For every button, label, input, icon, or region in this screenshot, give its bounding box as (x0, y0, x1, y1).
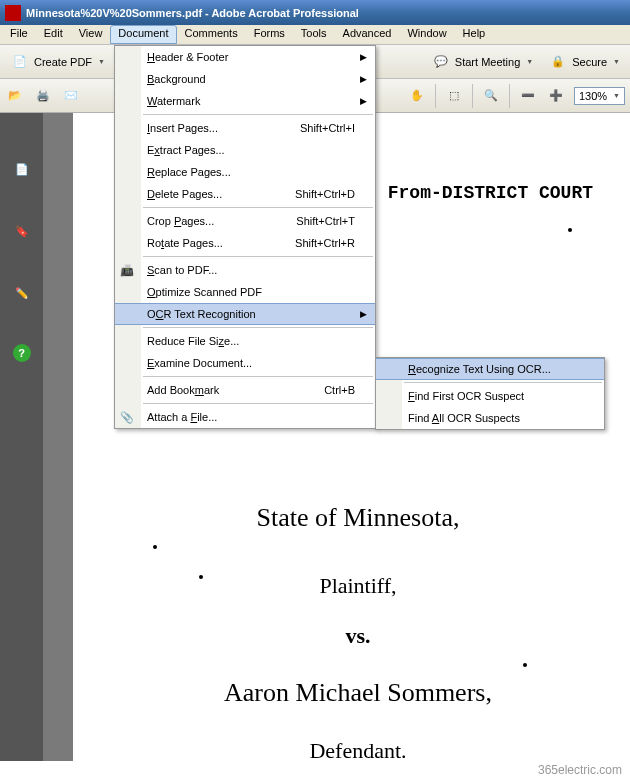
chevron-down-icon: ▼ (98, 58, 105, 65)
lock-icon: 🔒 (548, 52, 568, 72)
document-menu-dropdown: Header & Footer▶Background▶Watermark▶Ins… (114, 45, 376, 429)
menu-item-insert-pages[interactable]: Insert Pages...Shift+Ctrl+I (115, 117, 375, 139)
window-title: Minnesota%20V%20Sommers.pdf - Adobe Acro… (26, 7, 359, 19)
help-icon[interactable]: ? (13, 344, 31, 362)
menu-file[interactable]: File (2, 25, 36, 44)
start-meeting-button[interactable]: 💬 Start Meeting ▼ (426, 49, 538, 75)
submenu-item-find-all-ocr-suspects[interactable]: Find All OCR Suspects (376, 407, 604, 429)
submenu-item-find-first-ocr-suspect[interactable]: Find First OCR Suspect (376, 385, 604, 407)
menu-item-watermark[interactable]: Watermark▶ (115, 90, 375, 112)
watermark: 365electric.com (538, 763, 622, 777)
navigation-panel: 📄 🔖 ✏️ ? (0, 113, 43, 761)
menu-item-rotate-pages[interactable]: Rotate Pages...Shift+Ctrl+R (115, 232, 375, 254)
menu-edit[interactable]: Edit (36, 25, 71, 44)
menubar: FileEditViewDocumentCommentsFormsToolsAd… (0, 25, 630, 45)
chevron-down-icon: ▼ (613, 92, 620, 99)
menu-item-background[interactable]: Background▶ (115, 68, 375, 90)
menu-item-optimize-scanned-pdf[interactable]: Optimize Scanned PDF (115, 281, 375, 303)
menu-item-add-bookmark[interactable]: Add BookmarkCtrl+B (115, 379, 375, 401)
paperclip-icon: 📎 (119, 409, 135, 425)
ocr-submenu: Recognize Text Using OCR...Find First OC… (375, 357, 605, 430)
email-icon[interactable]: ✉️ (61, 86, 81, 106)
page-text: State of Minnesota, (73, 503, 630, 533)
menu-comments[interactable]: Comments (177, 25, 246, 44)
menu-item-scan-to-pdf[interactable]: 📠Scan to PDF... (115, 259, 375, 281)
bookmarks-panel-icon[interactable]: 🔖 (11, 220, 33, 242)
open-folder-icon[interactable]: 📂 (5, 86, 25, 106)
zoom-in-icon[interactable]: ➕ (546, 86, 566, 106)
menu-view[interactable]: View (71, 25, 111, 44)
submenu-arrow-icon: ▶ (360, 52, 367, 62)
zoom-marquee-icon[interactable]: 🔍 (481, 86, 501, 106)
submenu-arrow-icon: ▶ (360, 309, 367, 319)
menu-tools[interactable]: Tools (293, 25, 335, 44)
pages-panel-icon[interactable]: 📄 (11, 158, 33, 180)
menu-item-crop-pages[interactable]: Crop Pages...Shift+Ctrl+T (115, 210, 375, 232)
menu-item-ocr-text-recognition[interactable]: OCR Text Recognition▶ (115, 303, 375, 325)
secure-button[interactable]: 🔒 Secure ▼ (543, 49, 625, 75)
window-titlebar: Minnesota%20V%20Sommers.pdf - Adobe Acro… (0, 0, 630, 25)
menu-item-header-footer[interactable]: Header & Footer▶ (115, 46, 375, 68)
app-icon (5, 5, 21, 21)
scanner-icon: 📠 (119, 262, 135, 278)
page-text: From-DISTRICT COURT (388, 183, 593, 203)
page-text: Defendant. (73, 738, 630, 761)
menu-item-attach-a-file[interactable]: 📎Attach a File... (115, 406, 375, 428)
submenu-arrow-icon: ▶ (360, 74, 367, 84)
print-icon[interactable]: 🖨️ (33, 86, 53, 106)
page-text: Plaintiff, (73, 573, 630, 599)
page-text: Aaron Michael Sommers, (73, 678, 630, 708)
page-text: vs. (73, 623, 630, 649)
select-tool-icon[interactable]: ⬚ (444, 86, 464, 106)
submenu-arrow-icon: ▶ (360, 96, 367, 106)
signatures-panel-icon[interactable]: ✏️ (11, 282, 33, 304)
menu-item-extract-pages[interactable]: Extract Pages... (115, 139, 375, 161)
menu-item-reduce-file-size[interactable]: Reduce File Size... (115, 330, 375, 352)
meeting-icon: 💬 (431, 52, 451, 72)
menu-advanced[interactable]: Advanced (335, 25, 400, 44)
menu-item-delete-pages[interactable]: Delete Pages...Shift+Ctrl+D (115, 183, 375, 205)
menu-forms[interactable]: Forms (246, 25, 293, 44)
menu-help[interactable]: Help (455, 25, 494, 44)
menu-item-replace-pages[interactable]: Replace Pages... (115, 161, 375, 183)
menu-document[interactable]: Document (110, 25, 176, 44)
pdf-icon: 📄 (10, 52, 30, 72)
menu-item-examine-document[interactable]: Examine Document... (115, 352, 375, 374)
hand-tool-icon[interactable]: ✋ (407, 86, 427, 106)
zoom-level-input[interactable]: 130% ▼ (574, 87, 625, 105)
chevron-down-icon: ▼ (613, 58, 620, 65)
submenu-item-recognize-text-using-ocr[interactable]: Recognize Text Using OCR... (376, 358, 604, 380)
chevron-down-icon: ▼ (526, 58, 533, 65)
zoom-out-icon[interactable]: ➖ (518, 86, 538, 106)
menu-window[interactable]: Window (399, 25, 454, 44)
create-pdf-button[interactable]: 📄 Create PDF ▼ (5, 49, 110, 75)
